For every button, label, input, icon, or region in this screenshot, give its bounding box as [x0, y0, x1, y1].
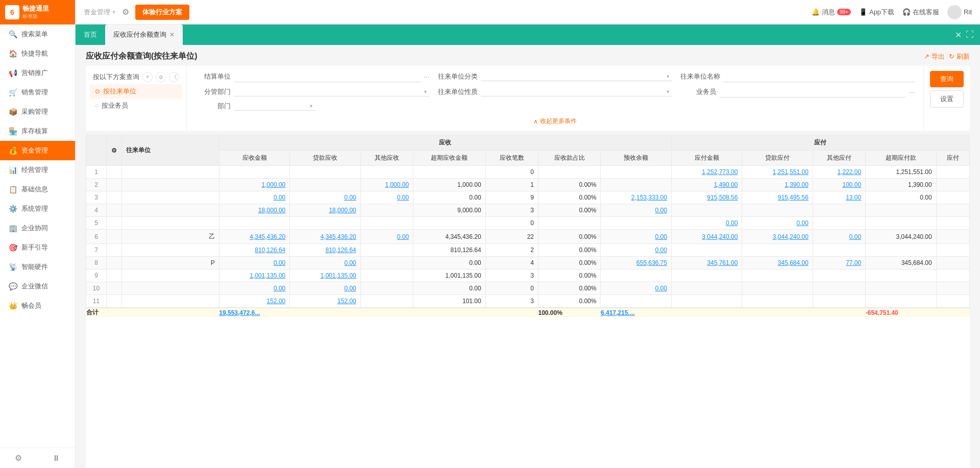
loan-payable-cell[interactable]: 915,495.56	[742, 191, 813, 204]
other-receivable-cell[interactable]	[360, 166, 413, 179]
other-receivable-cell[interactable]: 0.00	[360, 191, 413, 204]
loan-receivable-cell[interactable]: 4,345,436.20	[290, 230, 360, 244]
payable-amount-cell[interactable]	[671, 282, 742, 295]
department-select[interactable]: ▾	[234, 102, 315, 111]
receivable-amount-cell[interactable]: 0.00	[219, 257, 289, 269]
other-receivable-cell[interactable]	[360, 295, 413, 308]
other-payable-cell[interactable]	[813, 244, 865, 257]
sidebar-item-quicknav[interactable]: 🏠 快捷导航	[0, 44, 75, 63]
refresh-button[interactable]: ↻ 刷新	[949, 52, 970, 61]
receivable-amount-cell[interactable]: 18,000.00	[219, 204, 289, 217]
payable-amount-cell[interactable]: 0.00	[671, 217, 742, 230]
payable-amount-cell[interactable]: 1,252,773.00	[671, 166, 742, 179]
loan-payable-cell[interactable]: 3,044,240.00	[742, 230, 813, 244]
loan-payable-cell[interactable]	[742, 269, 813, 282]
salesperson-dots[interactable]: ···	[909, 88, 915, 96]
export-button[interactable]: ↗ 导出	[924, 52, 945, 61]
payable-amount-cell[interactable]	[671, 244, 742, 257]
payable-amount-cell[interactable]: 3,044,240.00	[671, 230, 742, 244]
receivable-amount-cell[interactable]	[219, 166, 289, 179]
loan-payable-cell[interactable]: 0.00	[742, 217, 813, 230]
receivable-amount-cell[interactable]: 1,000.00	[219, 179, 289, 191]
notifications-item[interactable]: 🔔 消息 99+	[812, 8, 851, 17]
user-profile[interactable]: Rit	[947, 5, 972, 19]
payable-amount-cell[interactable]	[671, 204, 742, 217]
loan-payable-cell[interactable]: 345,684.00	[742, 257, 813, 269]
advance-balance-cell[interactable]: 0.00	[601, 244, 671, 257]
other-receivable-cell[interactable]: 1,000.00	[360, 179, 413, 191]
loan-payable-cell[interactable]	[742, 295, 813, 308]
tab-home[interactable]: 首页	[76, 24, 105, 45]
collapse-sidebar-icon[interactable]: ⏸	[52, 454, 60, 463]
advance-balance-cell[interactable]: 2,153,333.00	[601, 191, 671, 204]
total-receivable[interactable]: 19,553,472,6...	[219, 308, 289, 317]
dept-manager-select[interactable]: ▾	[234, 87, 430, 96]
other-receivable-cell[interactable]: 0.00	[360, 230, 413, 244]
other-receivable-cell[interactable]	[360, 257, 413, 269]
payable-amount-cell[interactable]	[671, 295, 742, 308]
other-payable-cell[interactable]: 1,222.00	[813, 166, 865, 179]
expand-tab-icon[interactable]: ⛶	[966, 30, 974, 39]
payable-amount-cell[interactable]: 1,490.00	[671, 179, 742, 191]
loan-payable-cell[interactable]	[742, 282, 813, 295]
loan-receivable-cell[interactable]: 18,000.00	[290, 204, 360, 217]
advance-balance-cell[interactable]	[601, 295, 671, 308]
sidebar-item-system[interactable]: ⚙️ 系统管理	[0, 199, 75, 218]
other-payable-cell[interactable]	[813, 217, 865, 230]
sidebar-item-finance[interactable]: 💰 资金管理	[0, 141, 75, 160]
settings-bottom-icon[interactable]: ⚙	[15, 453, 22, 463]
payable-amount-cell[interactable]: 915,508.56	[671, 191, 742, 204]
payable-amount-cell[interactable]	[671, 269, 742, 282]
partner-category-select[interactable]: ▾	[481, 72, 673, 81]
other-payable-cell[interactable]: 100.00	[813, 179, 865, 191]
partner-nature-select[interactable]: ▾	[481, 87, 673, 96]
tab-close-icon[interactable]: ✕	[169, 31, 175, 38]
loan-receivable-cell[interactable]	[290, 179, 360, 191]
industry-solution-button[interactable]: 体验行业方案	[135, 5, 189, 20]
query-button[interactable]: 查询	[930, 71, 964, 87]
settings-query-button[interactable]: ⚙	[156, 72, 166, 82]
sidebar-item-operation[interactable]: 📊 经营管理	[0, 160, 75, 180]
loan-receivable-cell[interactable]: 0.00	[290, 191, 360, 204]
salesperson-input[interactable]	[719, 86, 906, 97]
sidebar-item-basic[interactable]: 📋 基础信息	[0, 180, 75, 199]
loan-receivable-cell[interactable]	[290, 166, 360, 179]
partner-name-input[interactable]	[723, 71, 915, 82]
sidebar-item-marketing[interactable]: 📢 营销推广	[0, 63, 75, 83]
advance-balance-cell[interactable]: 0.00	[601, 204, 671, 217]
loan-receivable-cell[interactable]: 0.00	[290, 282, 360, 295]
other-receivable-cell[interactable]	[360, 204, 413, 217]
receivable-amount-cell[interactable]: 810,126.64	[219, 244, 289, 257]
other-receivable-cell[interactable]	[360, 282, 413, 295]
loan-receivable-cell[interactable]: 0.00	[290, 257, 360, 269]
loan-payable-cell[interactable]	[742, 244, 813, 257]
loan-payable-cell[interactable]	[742, 204, 813, 217]
settlement-unit-dots[interactable]: ···	[424, 72, 430, 81]
other-receivable-cell[interactable]	[360, 217, 413, 230]
query-method-by-staff[interactable]: ○ 按业务员	[90, 98, 182, 113]
add-query-method-button[interactable]: +	[142, 72, 153, 82]
advance-balance-cell[interactable]	[601, 179, 671, 191]
loan-receivable-cell[interactable]: 1,001,135.00	[290, 269, 360, 282]
other-payable-cell[interactable]: 0.00	[813, 230, 865, 244]
collapse-query-button[interactable]: 《	[169, 72, 179, 82]
settings-icon[interactable]: ⚙	[122, 7, 129, 17]
sidebar-item-inventory[interactable]: 🏪 库存核算	[0, 121, 75, 141]
other-receivable-cell[interactable]	[360, 269, 413, 282]
advance-balance-cell[interactable]	[601, 217, 671, 230]
settings-col-header[interactable]: ⚙	[107, 135, 122, 166]
payable-amount-cell[interactable]: 345,761.00	[671, 257, 742, 269]
sidebar-item-enterprise[interactable]: 🏢 企业协同	[0, 218, 75, 238]
collapse-filter-button[interactable]: ∧ 收起更多条件	[195, 114, 915, 129]
sidebar-item-smart[interactable]: 📡 智能硬件	[0, 257, 75, 277]
loan-payable-cell[interactable]: 1,390.00	[742, 179, 813, 191]
table-settings-icon[interactable]: ⚙	[111, 147, 117, 154]
receivable-amount-cell[interactable]: 1,001,135.00	[219, 269, 289, 282]
other-payable-cell[interactable]	[813, 269, 865, 282]
sidebar-item-sales[interactable]: 🛒 销售管理	[0, 83, 75, 102]
loan-receivable-cell[interactable]	[290, 217, 360, 230]
receivable-amount-cell[interactable]: 4,345,436.20	[219, 230, 289, 244]
settlement-unit-input[interactable]	[234, 71, 421, 82]
advance-balance-cell[interactable]: 655,636.75	[601, 257, 671, 269]
query-method-by-unit[interactable]: ⊙ 按往来单位	[90, 84, 182, 98]
